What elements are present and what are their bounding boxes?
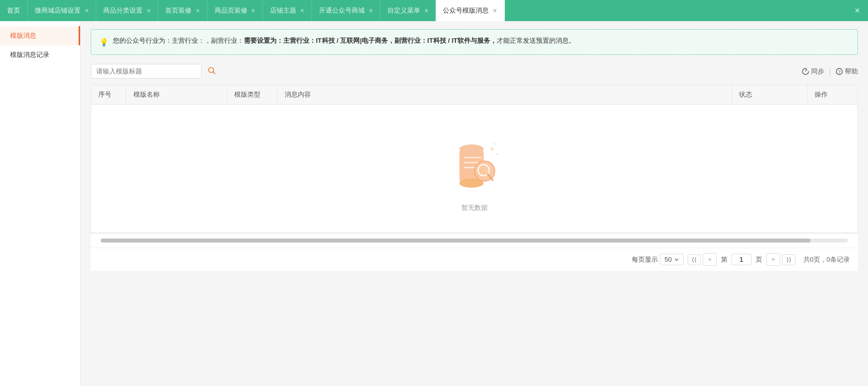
empty-state: 暂无数据 (91, 105, 857, 233)
sidebar-item-template-msg[interactable]: 模版消息 (0, 26, 80, 45)
svg-point-16 (494, 143, 496, 145)
nav-close-theme[interactable]: × (300, 7, 304, 15)
nav-tab-homepage-label: 首页装修 (165, 6, 191, 15)
nav-tab-weshop-label: 微商城店铺设置 (35, 6, 81, 15)
nav-close-category[interactable]: × (147, 7, 151, 15)
main-layout: 模版消息 模版消息记录 💡 您的公众号行业为：主营行业：，副营行业：需要设置为：… (0, 21, 868, 386)
nav-tab-template-label: 公众号模版消息 (443, 6, 489, 15)
nav-close-menu[interactable]: × (424, 7, 428, 15)
page-total: 共0页，0条记录 (804, 255, 850, 264)
svg-text:?: ? (838, 69, 840, 74)
sync-label: 同步 (811, 67, 824, 76)
svg-point-15 (496, 153, 498, 155)
home-tab-label: 首页 (7, 6, 20, 15)
divider: | (829, 67, 831, 75)
table-wrapper: 序号 模版名称 模版类型 消息内容 状态 (91, 85, 858, 271)
notice-icon: 💡 (99, 36, 109, 48)
th-status: 状态 (732, 85, 808, 105)
nav-tab-theme-label: 店铺主题 (270, 6, 296, 15)
notice-text: 您的公众号行业为：主营行业：，副营行业：需要设置为：主营行业：IT科技 / 互联… (113, 36, 575, 46)
scrollbar-thumb[interactable] (101, 239, 811, 243)
nav-tab-category-label: 商品分类设置 (103, 6, 143, 15)
search-left (91, 64, 218, 79)
sidebar-item-template-msg-label: 模版消息 (10, 32, 36, 39)
refresh-icon (802, 68, 809, 75)
th-content: 消息内容 (278, 85, 732, 105)
help-icon: ? (836, 68, 843, 75)
page-input[interactable] (731, 254, 752, 265)
last-page-button[interactable]: ⟩⟩ (782, 254, 795, 265)
scrollbar-track[interactable] (101, 239, 848, 243)
nav-close-template[interactable]: × (493, 7, 497, 15)
nav-close-mall[interactable]: × (369, 7, 373, 15)
page-size-select: 每页显示 50 (632, 254, 683, 265)
th-type: 模版类型 (227, 85, 278, 105)
nav-tab-product-label: 商品页装修 (215, 6, 247, 15)
search-icon (208, 66, 216, 74)
nav-tab-category[interactable]: 商品分类设置 × (96, 0, 158, 21)
help-button[interactable]: ? 帮助 (836, 67, 858, 76)
nav-close-weshop[interactable]: × (85, 7, 89, 15)
svg-point-6 (459, 144, 484, 153)
nav-close-product[interactable]: × (251, 7, 255, 15)
chevron-down-icon (674, 257, 679, 262)
next-page-button[interactable]: ＞ (766, 253, 780, 266)
top-navigation: 首页 微商城店铺设置 × 商品分类设置 × 首页装修 × 商品页装修 × 店铺主… (0, 0, 868, 21)
th-seq: 序号 (91, 85, 126, 105)
table-header-row: 序号 模版名称 模版类型 消息内容 状态 (91, 85, 858, 105)
th-name: 模版名称 (126, 85, 227, 105)
nav-tab-mall[interactable]: 开通公众号商城 × (312, 0, 380, 21)
nav-tab-homepage[interactable]: 首页装修 × (158, 0, 207, 21)
sidebar-item-template-record-label: 模版消息记录 (10, 51, 49, 58)
svg-point-14 (491, 147, 494, 150)
nav-tab-home[interactable]: 首页 (0, 0, 28, 21)
nav-close-homepage[interactable]: × (195, 7, 199, 15)
search-button[interactable] (206, 64, 218, 79)
page-size-value: 50 (664, 256, 672, 263)
search-bar: 同步 | ? 帮助 (91, 64, 858, 79)
pagination: 每页显示 50 ⟨⟨ ＜ 第 页 ＞ ⟩⟩ (91, 248, 858, 271)
nav-tab-mall-label: 开通公众号商城 (319, 6, 365, 15)
search-right: 同步 | ? 帮助 (802, 67, 858, 76)
prev-page-button[interactable]: ＜ (703, 253, 717, 266)
scrollbar-area (91, 233, 858, 248)
page-suffix-label: 页 (756, 255, 762, 264)
global-close-button[interactable]: × (846, 6, 868, 16)
content-area: 💡 您的公众号行业为：主营行业：，副营行业：需要设置为：主营行业：IT科技 / … (81, 21, 868, 386)
nav-tab-product[interactable]: 商品页装修 × (208, 0, 263, 21)
search-input[interactable] (91, 64, 202, 79)
svg-line-1 (213, 72, 215, 74)
first-page-button[interactable]: ⟨⟨ (688, 254, 701, 265)
table-empty-row: 暂无数据 (91, 105, 858, 233)
sidebar-item-template-record[interactable]: 模版消息记录 (0, 45, 80, 64)
nav-tab-weshop[interactable]: 微商城店铺设置 × (28, 0, 96, 21)
page-size-dropdown[interactable]: 50 (660, 254, 683, 265)
th-action: 操作 (808, 85, 858, 105)
sidebar: 模版消息 模版消息记录 (0, 21, 81, 386)
page-size-label: 每页显示 (632, 255, 658, 264)
notice-box: 💡 您的公众号行业为：主营行业：，副营行业：需要设置为：主营行业：IT科技 / … (91, 29, 858, 55)
nav-tab-template[interactable]: 公众号模版消息 × (436, 0, 504, 21)
nav-tab-theme[interactable]: 店铺主题 × (263, 0, 312, 21)
data-table: 序号 模版名称 模版类型 消息内容 状态 (91, 85, 858, 233)
nav-tab-menu[interactable]: 自定义菜单 × (380, 0, 436, 21)
nav-tab-menu-label: 自定义菜单 (387, 6, 420, 15)
empty-text: 暂无数据 (101, 203, 847, 212)
page-prefix-label: 第 (721, 255, 727, 264)
sync-button[interactable]: 同步 (802, 67, 824, 76)
empty-illustration (444, 135, 505, 195)
page-navigation: ⟨⟨ ＜ 第 页 ＞ ⟩⟩ (688, 253, 795, 266)
help-label: 帮助 (845, 67, 858, 76)
